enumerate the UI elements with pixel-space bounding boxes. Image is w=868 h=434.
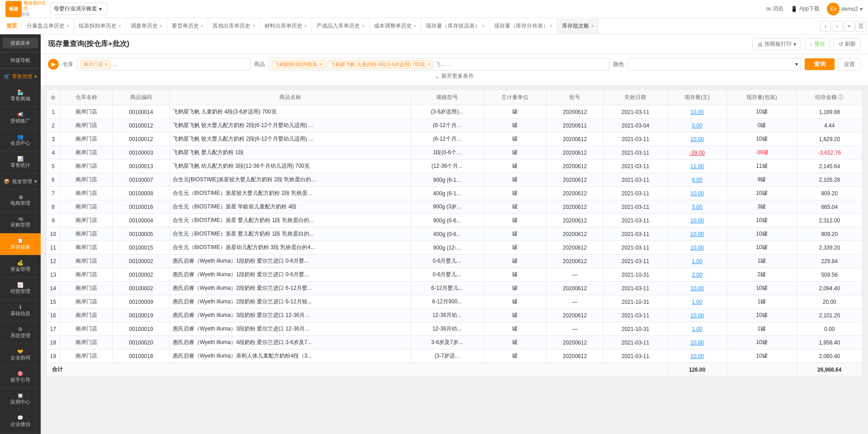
row-amount: 229.84 bbox=[797, 255, 862, 268]
row-qty[interactable]: 10.00 bbox=[667, 241, 726, 255]
row-no: 6 bbox=[47, 173, 60, 187]
app-download-btn[interactable]: 📱 App下载 bbox=[791, 5, 820, 13]
sidebar-item-member[interactable]: 👥 会员中心 bbox=[0, 129, 41, 151]
sidebar-item-inventory[interactable]: 📋 库存核算 bbox=[0, 233, 41, 255]
tab-3[interactable]: 调拨单历史 × bbox=[126, 19, 167, 34]
close-icon[interactable]: × bbox=[304, 24, 307, 28]
close-icon[interactable]: × bbox=[160, 24, 162, 28]
system-icon: ⚙ bbox=[18, 326, 23, 332]
export-btn[interactable]: ↓ 导出 bbox=[805, 38, 830, 50]
sidebar-item-purchase[interactable]: 🛍 采购管理 bbox=[0, 212, 41, 233]
row-qty[interactable]: 10.00 bbox=[667, 187, 726, 200]
sidebar-item-business[interactable]: 📈 经营管理 bbox=[0, 278, 41, 300]
message-btn[interactable]: ✉ 消息 bbox=[766, 5, 783, 13]
close-icon[interactable]: × bbox=[414, 24, 416, 28]
row-qty-pack: 10罐 bbox=[727, 241, 797, 255]
search-menu-btn[interactable]: 搜索菜单 bbox=[3, 38, 38, 48]
color-input[interactable] bbox=[631, 61, 793, 67]
sidebar-item-retail-stats[interactable]: 📊 零售统计 bbox=[0, 151, 41, 174]
sidebar-item-guide[interactable]: 🎯 新手引导 bbox=[0, 366, 41, 388]
close-icon[interactable]: × bbox=[66, 24, 69, 28]
tab-2[interactable]: 组装拆卸单历史 × bbox=[74, 19, 126, 34]
expand-more-btn[interactable]: ⌄ 展开更多条件 bbox=[48, 71, 861, 82]
retail-mgmt-icon: 🛒 bbox=[4, 74, 10, 80]
row-qty[interactable]: 10.00 bbox=[667, 282, 726, 295]
tab-4[interactable]: 要货单历史 × bbox=[167, 19, 208, 34]
row-qty[interactable]: 10.00 bbox=[667, 105, 726, 119]
row-qty[interactable]: 10.00 bbox=[667, 309, 726, 322]
row-amount: -3,652.76 bbox=[797, 146, 862, 160]
sidebar-item-app-center[interactable]: 🔲 应用中心 bbox=[0, 388, 41, 410]
filter-expand-btn[interactable]: ▶ bbox=[48, 59, 59, 70]
nav-prev-btn[interactable]: ‹ bbox=[820, 21, 831, 32]
close-icon[interactable]: × bbox=[252, 24, 255, 28]
settings-btn[interactable]: 设置 bbox=[838, 58, 861, 71]
sidebar-item-retail-mgmt[interactable]: 🛒 零售管理 ▾ bbox=[0, 69, 41, 85]
sidebar-item-wholesale[interactable]: 📦 批发管理 ▾ bbox=[0, 174, 41, 190]
row-qty[interactable]: 10.00 bbox=[667, 214, 726, 227]
nav-menu-btn[interactable]: ☰ bbox=[855, 21, 866, 32]
company-selector[interactable]: 母婴行业演示账套 ▾ bbox=[50, 3, 108, 15]
close-icon[interactable]: × bbox=[201, 24, 203, 28]
close-icon[interactable]: × bbox=[118, 24, 121, 28]
sidebar-item-collab[interactable]: 🤝 企业协同 bbox=[0, 344, 41, 366]
close-icon[interactable]: × bbox=[550, 24, 553, 28]
tab-5[interactable]: 其他出库单历史 × bbox=[208, 19, 260, 34]
product-tag-2-remove[interactable]: × bbox=[427, 61, 430, 67]
close-icon[interactable]: × bbox=[591, 24, 594, 28]
sidebar-item-retail-mall[interactable]: 🏪 零售商城 bbox=[0, 85, 41, 107]
row-qty[interactable]: 2.00 bbox=[667, 268, 726, 282]
sidebar-item-basic-info[interactable]: ℹ 基础信息 bbox=[0, 300, 41, 322]
basic-info-icon: ℹ bbox=[19, 304, 21, 310]
row-qty[interactable]: 3.00 bbox=[667, 200, 726, 214]
row-expire: 2021-03-04 bbox=[604, 119, 668, 132]
row-qty[interactable]: 1.00 bbox=[667, 322, 726, 336]
color-filter-input[interactable]: ▾ bbox=[627, 58, 801, 71]
row-spec: 6-12月婴儿... bbox=[410, 282, 483, 295]
row-qty[interactable]: 1.00 bbox=[667, 255, 726, 268]
marketing-icon: 📢 bbox=[17, 112, 24, 118]
row-qty[interactable]: 11.00 bbox=[667, 160, 726, 173]
row-qty[interactable]: 10.00 bbox=[667, 336, 726, 349]
close-icon[interactable]: × bbox=[362, 24, 364, 28]
product-tag-1-remove[interactable]: × bbox=[319, 61, 322, 67]
row-code: 00100019 bbox=[113, 309, 170, 322]
row-qty[interactable]: -39.00 bbox=[667, 146, 726, 160]
row-name: 惠氏启睿（Wyeth illuma）2段奶粉 爱尔兰进口 6-12月婴... bbox=[170, 282, 410, 295]
refresh-btn[interactable]: ↺ 刷新 bbox=[834, 38, 861, 50]
product-filter-tags[interactable]: 飞鹤奶粉3段丙瓶装 × 飞鹤星飞帆 儿童奶粉 4段(3-6岁适用) 700克 ×… bbox=[269, 58, 609, 71]
tab-1[interactable]: 分量盘点单历史 × bbox=[22, 19, 74, 34]
sidebar-item-wechat[interactable]: 💬 企业微信 bbox=[0, 410, 41, 433]
close-icon[interactable]: × bbox=[482, 24, 485, 28]
row-qty-pack: 9罐 bbox=[727, 173, 797, 187]
print-btn[interactable]: 🖨 按模板打印 ▾ bbox=[752, 38, 801, 50]
nav-next-btn[interactable]: › bbox=[832, 21, 843, 32]
tab-home[interactable]: 首页 bbox=[2, 19, 22, 34]
query-btn[interactable]: 查询 bbox=[805, 58, 835, 70]
row-qty[interactable]: 0.00 bbox=[667, 119, 726, 132]
th-settings[interactable]: ⚙ bbox=[47, 90, 60, 105]
sidebar-item-system[interactable]: ⚙ 系统管理 bbox=[0, 322, 41, 344]
row-qty[interactable]: 9.00 bbox=[667, 173, 726, 187]
row-qty[interactable]: 10.00 bbox=[667, 349, 726, 363]
tab-11[interactable]: 库存批次账 × bbox=[557, 19, 599, 34]
tab-10[interactable]: 现存量（库存分布表） × bbox=[490, 19, 558, 34]
row-qty[interactable]: 10.00 bbox=[667, 227, 726, 241]
warehouse-tag-remove[interactable]: × bbox=[105, 61, 108, 67]
user-menu[interactable]: Ea demo2 ▾ bbox=[827, 3, 863, 15]
sidebar-item-finance[interactable]: 💰 资金管理 bbox=[0, 255, 41, 278]
row-qty-pack: 10罐 bbox=[727, 282, 797, 295]
sidebar-item-ecommerce[interactable]: 🖥 电商管理 bbox=[0, 190, 41, 212]
sidebar-item-marketing[interactable]: 📢 营销推广 bbox=[0, 107, 41, 129]
nav-close-btn[interactable]: × bbox=[844, 21, 854, 32]
quick-nav-btn[interactable]: 快捷导航 bbox=[3, 55, 38, 66]
row-qty[interactable]: 10.00 bbox=[667, 132, 726, 146]
tab-6[interactable]: 材料出库单历史 × bbox=[260, 19, 312, 34]
row-qty[interactable]: 1.00 bbox=[667, 295, 726, 309]
th-unit: 主计量单位 bbox=[483, 90, 546, 105]
tab-9[interactable]: 现存量（库存状况表） × bbox=[421, 19, 490, 34]
warehouse-filter-tags[interactable]: 南岸门店 × ... bbox=[77, 58, 250, 71]
tab-8[interactable]: 成本调整单历史 × bbox=[369, 19, 421, 34]
tab-7[interactable]: 产成品入库单历史 × bbox=[312, 19, 369, 34]
row-qty-pack: 10罐 bbox=[727, 132, 797, 146]
